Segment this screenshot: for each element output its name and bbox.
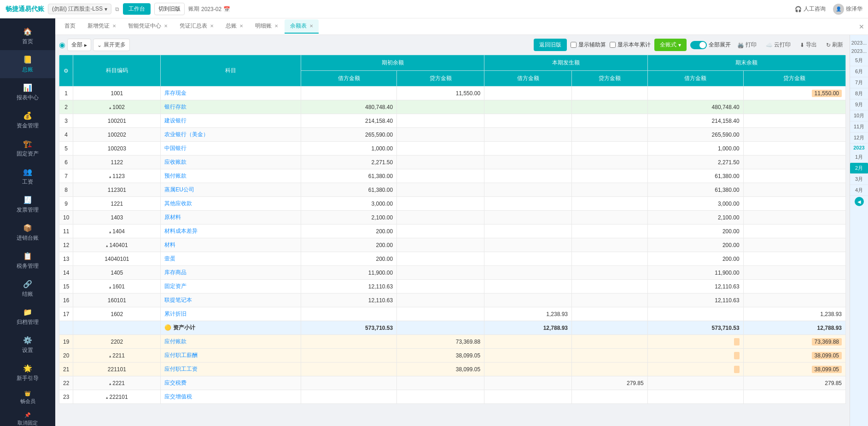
sidebar-item-invoice[interactable]: 🧾 发票管理 xyxy=(0,190,55,219)
format-button[interactable]: 全账式 ▾ xyxy=(654,39,687,51)
tab-detail-close[interactable]: ✕ xyxy=(274,23,278,29)
month-5[interactable]: 5月 xyxy=(850,55,868,66)
row-name[interactable]: 原材料 xyxy=(161,211,301,225)
settings-header[interactable]: ⚙ xyxy=(59,55,73,86)
sidebar-item-payroll[interactable]: 👥 工资 xyxy=(0,162,55,190)
row-name[interactable]: 累计折旧 xyxy=(161,307,301,321)
row-name-text[interactable]: 银行存款 xyxy=(164,104,186,110)
sidebar-item-ledger[interactable]: 📒 总账 xyxy=(0,50,55,78)
row-name[interactable]: 材料 xyxy=(161,238,301,252)
export-button[interactable]: ⬇ 导出 xyxy=(797,39,820,51)
tab-new-voucher-close[interactable]: ✕ xyxy=(112,23,116,29)
filter-dropdown[interactable]: 全部 ▸ xyxy=(67,39,91,51)
sidebar-item-unfix[interactable]: 📌 取消固定 xyxy=(0,409,55,426)
month-12[interactable]: 12月 xyxy=(850,132,868,144)
tab-detail[interactable]: 明细账 ✕ xyxy=(250,19,284,34)
sidebar-item-settings[interactable]: ⚙️ 设置 xyxy=(0,331,55,359)
row-name[interactable]: 应付职工薪酬 xyxy=(161,349,301,363)
close-all-tabs[interactable]: ✕ xyxy=(859,23,864,30)
tab-smart-voucher-close[interactable]: ✕ xyxy=(164,23,168,29)
month-4[interactable]: 4月 xyxy=(850,185,868,196)
sidebar-item-funds[interactable]: 💰 资金管理 xyxy=(0,106,55,134)
row-name-text[interactable]: 库存商品 xyxy=(164,269,186,276)
tab-smart-voucher[interactable]: 智能凭证中心 ✕ xyxy=(122,19,173,34)
copy-icon[interactable]: ⧉ xyxy=(115,6,119,12)
row-name-text[interactable]: 应交税费 xyxy=(164,380,186,386)
row-name[interactable]: 建设银行 xyxy=(161,114,301,128)
row-name-text[interactable]: 建设银行 xyxy=(164,117,186,124)
row-name[interactable]: 银行存款 xyxy=(161,100,301,114)
row-name-text[interactable]: 固定资产 xyxy=(164,283,186,289)
month-6[interactable]: 6月 xyxy=(850,66,868,77)
print-button[interactable]: 🖨️ 打印 xyxy=(734,39,759,51)
row-name[interactable]: 库存现金 xyxy=(161,86,301,100)
radio-icon[interactable]: ◉ xyxy=(59,40,65,49)
row-name-text[interactable]: 原材料 xyxy=(164,214,181,220)
toggle-switch[interactable] xyxy=(690,41,707,49)
tab-balance[interactable]: 余额表 ✕ xyxy=(285,19,319,34)
year-total-checkbox[interactable] xyxy=(610,42,616,48)
sidebar-item-archive[interactable]: 📁 归档管理 xyxy=(0,303,55,331)
calendar-icon[interactable]: 📅 xyxy=(223,6,230,12)
row-name[interactable]: 材料成本差异 xyxy=(161,225,301,238)
month-9[interactable]: 9月 xyxy=(850,99,868,110)
refresh-button[interactable]: ↻ 刷新 xyxy=(823,39,846,51)
right-panel-toggle[interactable]: ◀ xyxy=(855,197,864,206)
row-name[interactable]: 应交税费 xyxy=(161,376,301,390)
row-name-text[interactable]: 蒸属EU公司 xyxy=(164,186,194,193)
tab-balance-close[interactable]: ✕ xyxy=(309,23,313,29)
row-name-text[interactable]: 中国银行 xyxy=(164,145,186,151)
month-8[interactable]: 8月 xyxy=(850,88,868,99)
row-name-text[interactable]: 其他应收款 xyxy=(164,200,192,207)
tab-voucher-summary[interactable]: 凭证汇总表 ✕ xyxy=(174,19,219,34)
month-10[interactable]: 10月 xyxy=(850,110,868,121)
consultant-link[interactable]: 🎧 人工咨询 xyxy=(795,5,826,13)
sidebar-item-guide[interactable]: 🌟 新手引导 xyxy=(0,359,55,387)
workbench-button[interactable]: 工作台 xyxy=(123,3,151,15)
row-name[interactable]: 应交增值税 xyxy=(161,390,301,404)
expand-button[interactable]: ⌄ 展开更多 xyxy=(93,39,130,51)
switch-version-button[interactable]: 切到旧版 xyxy=(154,3,185,15)
row-name-text[interactable]: 材料 xyxy=(164,242,175,248)
row-name[interactable]: 其他应收款 xyxy=(161,197,301,211)
table-container[interactable]: ⚙ 科目编码 科目 期初余额 本期发生额 期末余额 借方金额 贷方金额 借方金额 xyxy=(59,55,846,422)
row-name-text[interactable]: 联提笔记本 xyxy=(164,297,192,303)
sidebar-item-assets[interactable]: 🏗️ 固定资产 xyxy=(0,134,55,162)
month-1[interactable]: 1月 xyxy=(850,152,868,163)
row-name[interactable]: 应付账款 xyxy=(161,335,301,349)
cloud-print-button[interactable]: ☁️ 云打印 xyxy=(763,39,793,51)
month-11[interactable]: 11月 xyxy=(850,121,868,132)
row-name[interactable]: 联提笔记本 xyxy=(161,294,301,307)
return-old-button[interactable]: 返回旧版 xyxy=(534,39,567,51)
row-name[interactable]: 应付职工工资 xyxy=(161,363,301,376)
company-selector[interactable]: (勿副) 江西股圭-LSS ▾ xyxy=(48,4,111,14)
sidebar-item-member[interactable]: 👑 畅会员 xyxy=(0,387,55,409)
sidebar-item-home[interactable]: 🏠 首页 xyxy=(0,22,55,50)
sidebar-item-purchase[interactable]: 📦 进销台账 xyxy=(0,219,55,247)
user-profile[interactable]: 👤 徐泽华 xyxy=(833,4,862,15)
row-name-text[interactable]: 累计折旧 xyxy=(164,311,186,317)
row-name[interactable]: 库存商品 xyxy=(161,266,301,280)
row-name[interactable]: 中国银行 xyxy=(161,142,301,155)
auxiliary-checkbox[interactable] xyxy=(571,42,577,48)
row-name[interactable]: 应收账款 xyxy=(161,155,301,169)
tab-home[interactable]: 首页 xyxy=(59,19,81,34)
row-name-text[interactable]: 应收账款 xyxy=(164,159,186,165)
row-name-text[interactable]: 库存现金 xyxy=(164,90,186,96)
row-name[interactable]: 蒸属EU公司 xyxy=(161,183,301,197)
year-total-checkbox-label[interactable]: 显示本年累计 xyxy=(610,41,651,49)
tab-voucher-summary-close[interactable]: ✕ xyxy=(210,23,214,29)
month-3[interactable]: 3月 xyxy=(850,174,868,185)
month-7[interactable]: 7月 xyxy=(850,77,868,88)
row-name[interactable]: 农业银行（美金） xyxy=(161,128,301,142)
row-name[interactable]: 固定资产 xyxy=(161,280,301,294)
auxiliary-checkbox-label[interactable]: 显示辅助算 xyxy=(571,41,606,49)
row-name-text[interactable]: 应付账款 xyxy=(164,338,186,345)
expand-all-toggle[interactable]: 全部展开 xyxy=(690,41,731,49)
sidebar-item-close[interactable]: 🔗 结账 xyxy=(0,275,55,303)
tab-ledger-close[interactable]: ✕ xyxy=(239,23,243,29)
tab-new-voucher[interactable]: 新增凭证 ✕ xyxy=(82,19,122,34)
row-name-text[interactable]: 农业银行（美金） xyxy=(164,131,209,138)
row-name-text[interactable]: 应付职工薪酬 xyxy=(164,352,198,358)
sidebar-item-reports[interactable]: 📊 报表中心 xyxy=(0,78,55,106)
